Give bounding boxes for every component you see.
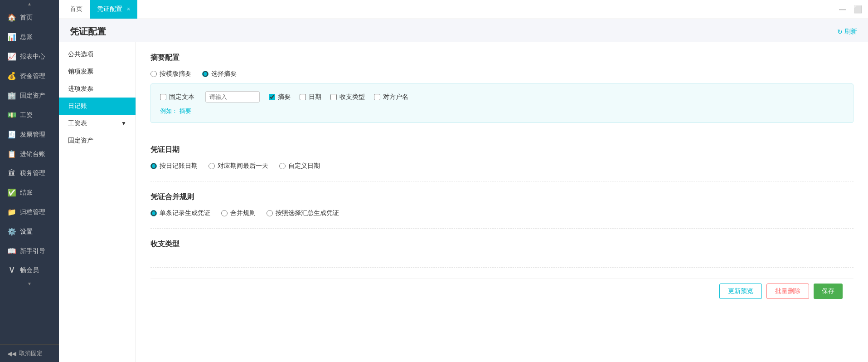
left-nav-item-fixed-assets[interactable]: 固定资产 [59,132,136,149]
check-payment-type[interactable]: 收支类型 [330,93,365,101]
summary-checkboxes: 固定文本 摘要 日期 [160,91,844,103]
sidebar-item-home[interactable]: 🏠 首页 [0,8,59,27]
radio-single-record-input[interactable] [150,210,157,216]
check-counterpart-input[interactable] [374,94,380,100]
radio-custom-date-input[interactable] [279,163,286,169]
archive-icon: 📁 [7,208,16,216]
funds-icon: 💰 [7,72,16,80]
summary-radio-group: 按模版摘要 选择摘要 [150,70,853,78]
sidebar-item-reports-label: 报表中心 [20,53,45,61]
tabbar-restore-button[interactable]: ⬜ [852,3,864,15]
sidebar-item-ledger[interactable]: 📊 总账 [0,27,59,47]
check-fixed-text[interactable]: 固定文本 [160,93,194,101]
left-nav-public-label: 公共选项 [68,50,93,59]
footer-buttons: 更新预览 批量删除 保存 [150,279,853,303]
radio-summary-generate-label: 按照选择汇总生成凭证 [276,209,339,217]
radio-last-day-period-input[interactable] [209,163,215,169]
sidebar-item-payroll[interactable]: 💵 工资 [0,105,59,125]
save-button[interactable]: 保存 [814,284,843,299]
fixed-text-input[interactable] [205,91,260,103]
radio-single-record[interactable]: 单条记录生成凭证 [150,209,210,217]
radio-by-journal-date-input[interactable] [150,163,157,169]
check-date[interactable]: 日期 [300,93,321,101]
section-collection-type: 收支类型 [150,240,853,268]
tab-voucher-config[interactable]: 凭证配置 × [90,0,137,19]
radio-merge-rules[interactable]: 合并规则 [221,209,256,217]
sidebar-scroll-up-arrow[interactable]: ▲ [0,0,59,8]
radio-by-journal-date[interactable]: 按日记账日期 [150,162,198,170]
check-payment-type-input[interactable] [330,94,337,100]
unpin-icon: ◀◀ [7,350,16,357]
main-area: 首页 凭证配置 × — ⬜ 凭证配置 ↻ 刷新 公共选项 [59,0,868,362]
tab-voucher-config-close[interactable]: × [127,6,130,12]
summary-config-box: 固定文本 摘要 日期 [150,83,853,123]
radio-summary-generate[interactable]: 按照选择汇总生成凭证 [267,209,339,217]
guide-icon: 📖 [7,247,16,255]
sidebar-item-invoice-mgmt[interactable]: 🧾 发票管理 [0,125,59,144]
sidebar-item-settlement[interactable]: ✅ 结账 [0,183,59,202]
radio-select-summary[interactable]: 选择摘要 [202,70,237,78]
radio-summary-generate-input[interactable] [267,210,273,216]
section-merge-rules-title: 凭证合并规则 [150,192,853,202]
left-nav-item-payroll-table[interactable]: 工资表 ▼ [59,115,136,132]
home-icon: 🏠 [7,13,16,22]
check-fixed-text-label: 固定文本 [169,93,194,101]
batch-delete-button[interactable]: 批量删除 [766,284,809,299]
tabbar-minimize-button[interactable]: — [837,4,848,15]
sidebar-item-sales-ledger[interactable]: 📋 进销台账 [0,144,59,164]
radio-select-summary-input[interactable] [202,71,209,77]
section-collection-type-title: 收支类型 [150,240,853,249]
example-value: 摘要 [179,108,191,114]
check-counterpart[interactable]: 对方户名 [374,93,408,101]
radio-custom-date[interactable]: 自定义日期 [279,162,320,170]
sidebar-unpin-label: 取消固定 [19,349,43,357]
sales-ledger-icon: 📋 [7,150,16,158]
sidebar-unpin-button[interactable]: ◀◀ 取消固定 [0,344,59,362]
refresh-button[interactable]: ↻ 刷新 [837,28,857,36]
check-date-input[interactable] [300,94,306,100]
update-preview-button[interactable]: 更新预览 [719,284,762,299]
section-merge-rules: 凭证合并规则 单条记录生成凭证 合并规则 按照选择汇总生成凭证 [150,192,853,229]
refresh-label: 刷新 [844,28,857,36]
check-summary[interactable]: 摘要 [269,93,291,101]
left-nav-sales-invoice-label: 销项发票 [68,68,93,76]
payroll-icon: 💵 [7,111,16,119]
sidebar-item-tax[interactable]: 🏛 税务管理 [0,164,59,183]
check-summary-input[interactable] [269,94,275,100]
member-icon: V [7,266,16,274]
radio-single-record-label: 单条记录生成凭证 [160,209,210,217]
left-nav-item-public[interactable]: 公共选项 [59,46,136,63]
left-nav-item-purchase-invoice[interactable]: 进项发票 [59,80,136,98]
sidebar-item-member[interactable]: V 畅会员 [0,261,59,280]
sidebar-item-assets-label: 固定资产 [20,92,45,100]
radio-by-journal-date-label: 按日记账日期 [160,162,198,170]
section-voucher-date: 凭证日期 按日记账日期 对应期间最后一天 自定义日期 [150,145,853,181]
sidebar-item-assets[interactable]: 🏢 固定资产 [0,86,59,105]
merge-rules-radio-group: 单条记录生成凭证 合并规则 按照选择汇总生成凭证 [150,209,853,217]
sidebar-item-guide[interactable]: 📖 新手引导 [0,241,59,261]
tax-icon: 🏛 [7,169,16,177]
settlement-icon: ✅ [7,188,16,197]
sidebar-item-invoice-mgmt-label: 发票管理 [20,131,45,139]
sidebar-item-archive[interactable]: 📁 归档管理 [0,202,59,222]
left-nav-item-sales-invoice[interactable]: 销项发票 [59,63,136,80]
sidebar-item-reports[interactable]: 📈 报表中心 [0,47,59,66]
sidebar-item-settings[interactable]: ⚙️ 设置 [0,222,59,241]
radio-last-day-period-label: 对应期间最后一天 [218,162,268,170]
radio-template-summary[interactable]: 按模版摘要 [150,70,191,78]
radio-merge-rules-input[interactable] [221,210,228,216]
sidebar-item-funds[interactable]: 💰 资金管理 [0,66,59,86]
body-layout: 公共选项 销项发票 进项发票 日记账 工资表 ▼ 固定资产 [59,42,868,362]
section-summary-title: 摘要配置 [150,53,853,63]
tab-home-label: 首页 [70,5,82,13]
check-summary-label: 摘要 [278,93,291,101]
tabbar-actions: — ⬜ [837,3,864,15]
sidebar-item-member-label: 畅会员 [20,266,39,274]
radio-template-summary-input[interactable] [150,71,157,77]
left-nav-item-journal[interactable]: 日记账 [59,98,136,115]
sidebar-scroll-down-arrow[interactable]: ▼ [0,280,59,288]
check-fixed-text-input[interactable] [160,94,166,100]
radio-last-day-period[interactable]: 对应期间最后一天 [209,162,268,170]
tab-home[interactable]: 首页 [63,0,90,19]
right-content: 摘要配置 按模版摘要 选择摘要 [136,42,868,362]
